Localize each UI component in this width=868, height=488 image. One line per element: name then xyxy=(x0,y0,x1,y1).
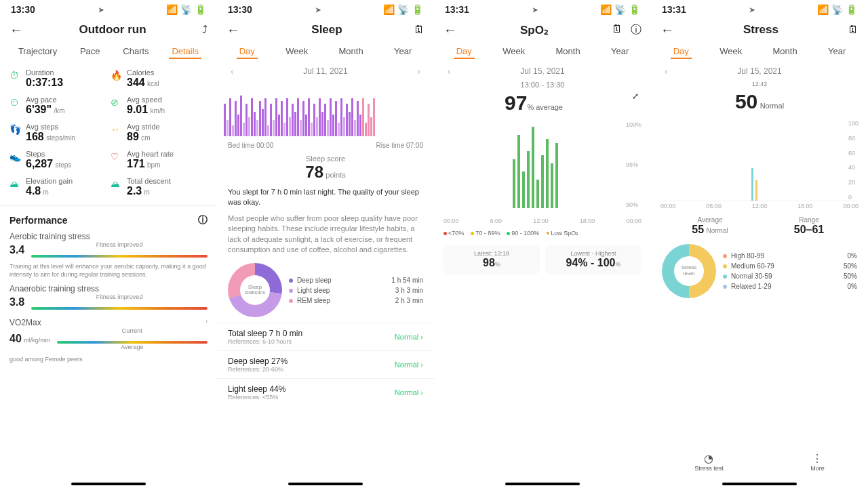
metrics-grid: ⏱ Duration 0:37:13 🔥 Calories 344 kcal ⏲… xyxy=(0,63,217,203)
back-button[interactable]: ← xyxy=(660,22,674,38)
vo2-average: Average xyxy=(57,344,208,350)
stress-test-button[interactable]: ◔Stress test xyxy=(694,452,724,472)
spo2-xaxis: 00:00 6:00 12:00 18:00 00:00 xyxy=(434,218,651,224)
status-bar: 13:31 ➤ 📶 📡 🔋 xyxy=(651,0,868,16)
tab-month[interactable]: Month xyxy=(770,45,800,59)
screen-spo2: 13:31 ➤ 📶 📡 🔋 ← SpO₂ 🗓ⓘ Day Week Month Y… xyxy=(434,0,651,488)
sleep-stage-chart[interactable] xyxy=(224,82,427,136)
info-icon[interactable]: ⓘ xyxy=(198,214,208,226)
tab-charts[interactable]: Charts xyxy=(120,45,151,59)
sleep-tip: Most people who suffer from poor sleep q… xyxy=(217,211,434,258)
sleep-list-item[interactable]: Light sleep 44%References: <55%Normal › xyxy=(217,378,434,406)
date: Jul 15, 2021 xyxy=(737,66,781,76)
tab-week[interactable]: Week xyxy=(283,45,311,59)
sleep-list-item[interactable]: Deep sleep 27%References: 20-60%Normal › xyxy=(217,350,434,378)
stress-bar-1 xyxy=(751,168,753,201)
status-icons: 📶 📡 🔋 xyxy=(817,4,857,15)
prev-day[interactable]: ‹ xyxy=(665,66,668,77)
steps-icon: 👟 xyxy=(9,151,22,162)
info-icon[interactable]: ⓘ xyxy=(631,23,642,37)
expand-icon[interactable]: ⤢ xyxy=(632,92,639,101)
legend-item: 90 - 100% xyxy=(507,230,539,237)
stress-value: 50 xyxy=(735,90,757,113)
home-indicator[interactable] xyxy=(722,483,797,485)
spo2-legend: <70%70 - 89%90 - 100%Low SpO₂ xyxy=(434,224,651,242)
calendar-icon[interactable]: 🗓 xyxy=(848,24,859,36)
vo2-current: Current xyxy=(57,327,208,334)
prev-day[interactable]: ‹ xyxy=(448,66,451,77)
tab-day[interactable]: Day xyxy=(237,45,258,59)
performance-header: Performance ⓘ xyxy=(0,209,217,228)
location-icon: ➤ xyxy=(749,6,755,14)
stress-legend: High 80-990%Medium 60-7950%Normal 30-595… xyxy=(723,251,857,291)
metric-elevation gain: ⛰ Elevation gain 4.8 m xyxy=(9,177,106,197)
metric-steps: 👟 Steps 6,287 steps xyxy=(9,150,106,170)
status-icons: 📶 📡 🔋 xyxy=(600,4,640,15)
metric-avg steps: 👣 Avg steps 168 steps/min xyxy=(9,123,106,143)
aerobic-label: Aerobic training stress xyxy=(9,232,208,241)
home-indicator[interactable] xyxy=(505,483,580,485)
navbar: ← Stress 🗓 xyxy=(651,16,868,43)
navbar: ← SpO₂ 🗓ⓘ xyxy=(434,16,651,43)
aerobic-value: 3.4 xyxy=(9,244,24,256)
stress-chart[interactable]: 100 80 60 40 20 0 xyxy=(660,120,859,201)
spo2-value: 97 xyxy=(505,92,527,114)
metric-avg stride: ↔ Avg stride 89 cm xyxy=(111,123,208,143)
tab-details[interactable]: Details xyxy=(169,45,201,59)
tab-year[interactable]: Year xyxy=(391,45,414,59)
aerobic-badge: Fitness improved xyxy=(31,241,208,248)
calendar-icon[interactable]: 🗓 xyxy=(414,24,425,36)
spo2-tabs: Day Week Month Year xyxy=(434,43,651,63)
tab-year[interactable]: Year xyxy=(608,45,631,59)
home-indicator[interactable] xyxy=(71,483,146,485)
calendar-icon[interactable]: 🗓 xyxy=(612,23,623,37)
navbar: ← Outdoor run ⤴ xyxy=(0,16,217,43)
tab-trajectory[interactable]: Trajectory xyxy=(16,45,60,59)
tab-month[interactable]: Month xyxy=(553,45,583,59)
tab-year[interactable]: Year xyxy=(825,45,848,59)
page-title: Outdoor run xyxy=(79,23,146,37)
more-button[interactable]: ⋮More xyxy=(810,452,825,472)
vo2-note: good among Female peers xyxy=(0,354,217,365)
tab-pace[interactable]: Pace xyxy=(77,45,103,59)
tab-month[interactable]: Month xyxy=(336,45,366,59)
back-button[interactable]: ← xyxy=(226,22,240,38)
spo2-value-row: 97% average ⤢ xyxy=(434,90,651,116)
run-tabs: Trajectory Pace Charts Details xyxy=(0,43,217,63)
legend-item: Deep sleep1 h 54 min xyxy=(289,275,423,285)
date-nav: ‹ Jul 11, 2021 › xyxy=(217,63,434,79)
duration-icon: ⏱ xyxy=(9,70,22,81)
next-day[interactable]: › xyxy=(417,66,420,77)
status-icons: 📶 📡 🔋 xyxy=(383,4,423,15)
legend-item: Medium 60-7950% xyxy=(723,261,857,271)
tab-week[interactable]: Week xyxy=(500,45,528,59)
total descent-icon: ⛰ xyxy=(111,178,123,189)
legend-item: REM sleep2 h 3 min xyxy=(289,296,423,306)
sleep-tabs: Day Week Month Year xyxy=(217,43,434,63)
tab-week[interactable]: Week xyxy=(717,45,745,59)
spo2-chart[interactable]: 100% 95% 90% xyxy=(443,121,642,216)
gauge-icon: ◔ xyxy=(694,452,724,465)
location-icon: ➤ xyxy=(98,6,104,14)
bed-time: Bed time 00:00 xyxy=(228,142,273,149)
share-icon[interactable]: ⤴ xyxy=(202,24,208,36)
elevation gain-icon: ⛰ xyxy=(9,178,22,189)
prev-day[interactable]: ‹ xyxy=(231,66,234,77)
performance-title: Performance xyxy=(9,215,68,226)
back-button[interactable]: ← xyxy=(443,22,457,38)
tab-day[interactable]: Day xyxy=(671,45,692,59)
stress-suffix: Normal xyxy=(760,102,784,110)
page-title: Stress xyxy=(743,23,778,37)
legend-item: Light sleep3 h 3 min xyxy=(289,285,423,296)
stress-donut xyxy=(662,244,716,298)
legend-item: Low SpO₂ xyxy=(546,230,578,237)
range-card[interactable]: Lowest - Highest 94% - 100% xyxy=(545,245,642,274)
status-icons: 📶 📡 🔋 xyxy=(166,4,206,15)
tab-day[interactable]: Day xyxy=(454,45,475,59)
latest-card[interactable]: Latest: 13:18 98% xyxy=(443,245,540,274)
back-button[interactable]: ← xyxy=(9,22,23,38)
home-indicator[interactable] xyxy=(288,483,363,485)
vo2-block[interactable]: VO2Max › 40 ml/kg/min Current Average xyxy=(0,314,217,354)
sleep-list-item[interactable]: Total sleep 7 h 0 minReferences: 6-10 ho… xyxy=(217,323,434,350)
vo2-value: 40 xyxy=(9,333,22,344)
